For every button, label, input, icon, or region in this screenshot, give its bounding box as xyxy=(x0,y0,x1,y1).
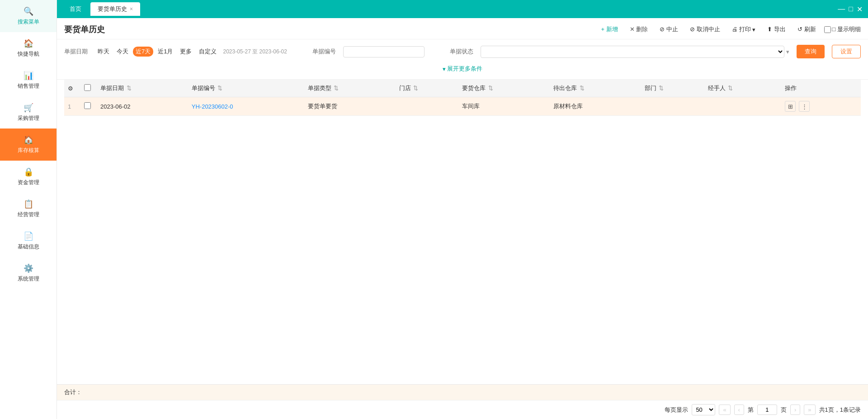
row-order-type: 要货单要货 xyxy=(304,97,396,116)
status-select[interactable] xyxy=(481,46,784,58)
purchase-icon: 🛒 xyxy=(24,103,33,113)
show-detail-button[interactable]: □ 显示明细 xyxy=(824,25,861,33)
row-store xyxy=(396,97,459,116)
sort-pending-warehouse-icon[interactable]: ⇅ xyxy=(580,85,585,91)
sidebar: 🔍 搜索菜单 🏠 快捷导航 📊 销售管理 🛒 采购管理 🏠 库存核算 🔒 资金管… xyxy=(0,0,57,419)
sales-icon: 📊 xyxy=(24,71,33,81)
toolbar: + 新增 ✕ 删除 ⊘ 中止 ⊘ 取消中止 🖨 打印 ▾ xyxy=(598,24,861,35)
total-label: 合计： xyxy=(64,388,82,396)
sort-handler-icon[interactable]: ⇅ xyxy=(728,85,733,91)
sidebar-item-label: 快捷导航 xyxy=(18,50,39,58)
expand-more-button[interactable]: ▾ 展开更多条件 xyxy=(439,64,486,74)
table-settings-icon[interactable]: ⚙ xyxy=(68,85,73,92)
th-order-type: 单据类型 ⇅ xyxy=(304,80,396,97)
sidebar-item-system[interactable]: ⚙️ 系统管理 xyxy=(0,257,57,289)
tab-order-history[interactable]: 要货单历史 × xyxy=(90,2,140,16)
table-wrap: ⚙ 单据日期 ⇅ 单据编号 ⇅ xyxy=(57,80,868,384)
sort-department-icon[interactable]: ⇅ xyxy=(659,85,664,91)
status-label: 单据状态 xyxy=(450,48,473,56)
sort-req-warehouse-icon[interactable]: ⇅ xyxy=(488,85,493,91)
today-shortcut[interactable]: 今天 xyxy=(114,47,131,57)
page-size-select[interactable]: 50 100 xyxy=(692,404,715,415)
filter-row-1: 单据日期 昨天 今天 近7天 近1月 更多 自定义 2023-05-27 至 2… xyxy=(64,45,861,58)
tab-close-icon[interactable]: × xyxy=(130,6,133,12)
select-all-checkbox[interactable] xyxy=(84,84,91,91)
sidebar-item-search-menu[interactable]: 🔍 搜索菜单 xyxy=(0,0,57,32)
system-icon: ⚙️ xyxy=(24,263,33,273)
last-page-button[interactable]: » xyxy=(804,405,815,415)
sidebar-item-operations[interactable]: 📋 经营管理 xyxy=(0,193,57,225)
maximize-button[interactable]: □ xyxy=(849,5,853,13)
pagination: 每页显示 50 100 « ‹ 第 页 › » 共1页，1条记录 xyxy=(57,400,868,419)
minimize-button[interactable]: — xyxy=(838,5,845,13)
page-unit: 页 xyxy=(781,406,787,414)
sidebar-item-label: 采购管理 xyxy=(18,114,39,122)
sidebar-item-finance[interactable]: 🔒 资金管理 xyxy=(0,161,57,193)
export-button[interactable]: ⬆ 导出 xyxy=(764,24,789,35)
table-row: 1 2023-06-02 YH-20230602-0 要货单要货 车间库 原材料… xyxy=(64,97,861,116)
sort-order-num-icon[interactable]: ⇅ xyxy=(217,85,222,91)
show-detail-checkbox[interactable] xyxy=(824,26,831,33)
quick-nav-icon: 🏠 xyxy=(24,38,33,48)
page-number-input[interactable] xyxy=(757,405,777,415)
th-req-warehouse: 要货仓库 ⇅ xyxy=(458,80,550,97)
row-req-warehouse: 车间库 xyxy=(458,97,550,116)
week-shortcut[interactable]: 近7天 xyxy=(133,47,153,57)
inventory-icon: 🏠 xyxy=(24,135,33,145)
sort-store-icon[interactable]: ⇅ xyxy=(413,85,418,91)
sidebar-item-label: 基础信息 xyxy=(18,243,39,251)
row-more-button[interactable]: ⋮ xyxy=(799,101,810,112)
basic-info-icon: 📄 xyxy=(24,231,33,241)
row-order-num: YH-20230602-0 xyxy=(188,97,304,116)
sidebar-item-label: 销售管理 xyxy=(18,82,39,90)
page-header: 要货单历史 + 新增 ✕ 删除 ⊘ 中止 ⊘ 取消中止 🖨 打 xyxy=(57,18,868,39)
more-shortcut[interactable]: 更多 xyxy=(177,47,194,57)
prev-page-button[interactable]: ‹ xyxy=(734,405,744,415)
sidebar-item-sales[interactable]: 📊 销售管理 xyxy=(0,64,57,96)
custom-shortcut[interactable]: 自定义 xyxy=(196,47,219,57)
th-handler: 经手人 ⇅ xyxy=(704,80,782,97)
th-checkbox xyxy=(80,80,97,97)
order-num-input[interactable] xyxy=(343,46,425,57)
month-shortcut[interactable]: 近1月 xyxy=(155,47,175,57)
th-store: 门店 ⇅ xyxy=(396,80,459,97)
sort-date-icon[interactable]: ⇅ xyxy=(127,85,132,91)
date-label: 单据日期 xyxy=(64,48,88,56)
delete-button[interactable]: ✕ 删除 xyxy=(626,24,652,35)
row-pending-warehouse: 原材料仓库 xyxy=(550,97,641,116)
first-page-button[interactable]: « xyxy=(719,405,730,415)
new-button[interactable]: + 新增 xyxy=(598,24,622,35)
print-dropdown-icon: ▾ xyxy=(752,26,755,33)
topbar: 首页 要货单历史 × — □ ✕ xyxy=(57,0,868,18)
row-handler xyxy=(704,97,782,116)
page-label: 第 xyxy=(748,406,754,414)
next-page-button[interactable]: › xyxy=(790,405,800,415)
sidebar-item-label: 搜索菜单 xyxy=(18,18,39,26)
settings-button[interactable]: 设置 xyxy=(832,45,861,58)
sidebar-item-basic-info[interactable]: 📄 基础信息 xyxy=(0,225,57,257)
th-department: 部门 ⇅ xyxy=(641,80,704,97)
finance-icon: 🔒 xyxy=(24,167,33,177)
main-area: 首页 要货单历史 × — □ ✕ 要货单历史 + 新增 xyxy=(57,0,868,419)
refresh-button[interactable]: ↺ 刷新 xyxy=(794,24,820,35)
print-button[interactable]: 🖨 打印 ▾ xyxy=(728,24,760,35)
row-num: 1 xyxy=(64,97,80,116)
th-order-num: 单据编号 ⇅ xyxy=(188,80,304,97)
tab-home[interactable]: 首页 xyxy=(62,2,89,16)
status-select-wrap: ▾ xyxy=(481,46,789,58)
orders-table: ⚙ 单据日期 ⇅ 单据编号 ⇅ xyxy=(64,80,861,116)
sidebar-item-purchase[interactable]: 🛒 采购管理 xyxy=(0,96,57,129)
sidebar-item-inventory[interactable]: 🏠 库存核算 xyxy=(0,129,57,161)
row-view-button[interactable]: ⊞ xyxy=(785,101,796,112)
cancel-suspend-button[interactable]: ⊘ 取消中止 xyxy=(686,24,724,35)
yesterday-shortcut[interactable]: 昨天 xyxy=(95,47,112,57)
query-button[interactable]: 查询 xyxy=(797,45,825,58)
date-shortcuts: 昨天 今天 近7天 近1月 更多 自定义 2023-05-27 至 2023-0… xyxy=(95,47,287,57)
date-range-display: 2023-05-27 至 2023-06-02 xyxy=(223,48,287,56)
sidebar-item-quick-nav[interactable]: 🏠 快捷导航 xyxy=(0,32,57,64)
total-records-info: 共1页，1条记录 xyxy=(819,406,861,414)
sort-order-type-icon[interactable]: ⇅ xyxy=(334,85,339,91)
close-window-button[interactable]: ✕ xyxy=(857,5,863,14)
suspend-button[interactable]: ⊘ 中止 xyxy=(656,24,682,35)
row-department xyxy=(641,97,704,116)
